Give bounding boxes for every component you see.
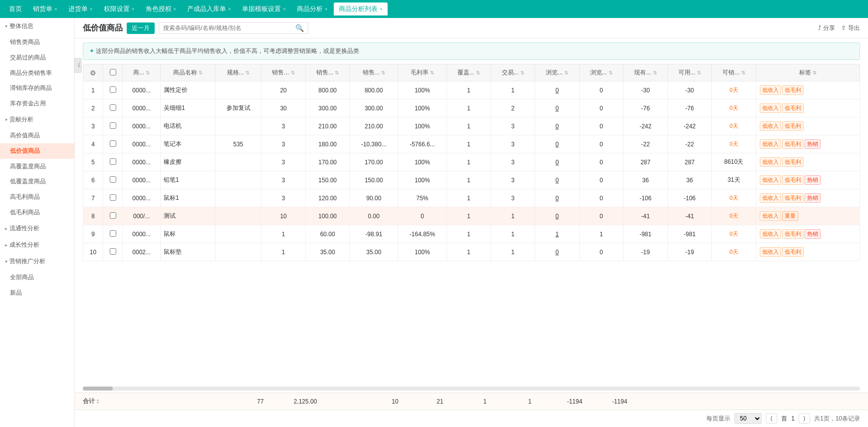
sidebar-item-slow-products[interactable]: 滞销库存的商品 [0,80,74,96]
col-coverage[interactable]: 覆盖... ⇅ [446,64,491,81]
cell-checkbox[interactable] [103,117,123,135]
cell-checkbox[interactable] [103,171,123,189]
page-size-select[interactable]: 50 100 200 [734,413,762,424]
sidebar-item-low-value[interactable]: 低价值商品 [0,143,74,159]
sidebar-item-low-margin[interactable]: 低毛利商品 [0,205,74,220]
sidebar-item-high-coverage[interactable]: 高覆盖度商品 [0,159,74,174]
browse-link[interactable]: 0 [555,141,559,148]
sidebar-item-all-products[interactable]: 全部商品 [0,270,74,285]
sidebar-group-marketing[interactable]: ▾ 营销推广分析 [0,253,74,270]
sidebar-group-contribution[interactable]: ▾ 贡献分析 [0,111,74,128]
browse-link[interactable]: 1 [555,231,559,238]
horizontal-scrollbar[interactable] [83,387,860,391]
page-label: 首 [781,415,787,423]
sidebar-item-capital[interactable]: 库存资金占用 [0,96,74,111]
cell-checkbox[interactable] [103,189,123,207]
cell-checkbox[interactable] [103,81,123,99]
row-checkbox[interactable] [110,122,116,129]
browse-link[interactable]: 0 [555,195,559,202]
nav-inventory[interactable]: 产成品入库单 × [182,2,236,15]
export-button[interactable]: ⇧ 导出 [841,24,860,32]
col-spec[interactable]: 规格... ⇅ [215,64,261,81]
browse-link[interactable]: 0 [555,213,559,220]
sidebar-item-traded-products[interactable]: 交易过的商品 [0,50,74,65]
browse-link[interactable]: 0 [555,105,559,112]
next-page-button[interactable]: ⟩ [799,414,810,424]
sidebar-group-overview[interactable]: ▾ 整体信息 [0,18,74,34]
col-name[interactable]: 商品名称 ⇅ [160,64,215,81]
cell-checkbox[interactable] [103,99,123,117]
cell-tags: 低收入低毛利 [756,117,860,135]
sidebar-group-growth[interactable]: ▸ 成长性分析 [0,237,74,253]
cell-browse1: 1 [535,225,580,243]
cell-checkbox[interactable] [103,207,123,225]
col-trade[interactable]: 交易... ⇅ [491,64,535,81]
select-all-checkbox[interactable] [110,69,116,75]
browse-link[interactable]: 0 [555,87,559,94]
info-banner-text: 这部分商品的销售收入大幅低于商品平均销售收入，价值不高，可考虑调整营销策略，或是… [96,47,359,54]
nav-permissions[interactable]: 权限设置 × [99,2,140,15]
first-page-button[interactable]: ⟨ [766,414,777,424]
nav-analysis-close[interactable]: × [325,6,328,12]
nav-template-close[interactable]: × [283,6,286,12]
col-current[interactable]: 现有... ⇅ [624,64,668,81]
nav-roles[interactable]: 角色授权 × [141,2,182,15]
browse-link[interactable]: 0 [555,249,559,256]
sidebar-item-high-margin[interactable]: 高毛利商品 [0,189,74,205]
sidebar-collapse-btn[interactable]: 《 [74,58,82,73]
settings-icon[interactable]: ⚙ [90,69,96,77]
sidebar-item-category-rate[interactable]: 商品分类销售率 [0,65,74,81]
nav-sales[interactable]: 销货单 × [28,2,62,15]
sidebar-item-sales-products[interactable]: 销售类商品 [0,34,74,50]
row-checkbox[interactable] [110,86,116,93]
col-browse2[interactable]: 浏览... ⇅ [579,64,624,81]
col-code[interactable]: 商... ⇅ [123,64,160,81]
row-checkbox[interactable] [110,158,116,165]
nav-sales-close[interactable]: × [54,6,57,12]
cell-checkbox[interactable] [103,153,123,171]
row-checkbox[interactable] [110,212,116,219]
cell-tags: 低收入低毛利 [756,243,860,261]
col-settings[interactable]: ⚙ [83,64,103,81]
tag-item: 低毛利 [782,85,804,95]
sidebar-item-high-value[interactable]: 高价值商品 [0,128,74,143]
sidebar-item-low-coverage[interactable]: 低覆盖度商品 [0,174,74,189]
col-sellable[interactable]: 可销... ⇅ [712,64,756,81]
nav-analysis[interactable]: 商品分析 × [292,2,333,15]
col-available[interactable]: 可用... ⇅ [667,64,712,81]
col-sales1[interactable]: 销售... ⇅ [261,64,306,81]
sidebar-item-new-products[interactable]: 新品 [0,285,74,301]
nav-roles-close[interactable]: × [174,6,177,12]
cell-checkbox[interactable] [103,243,123,261]
nav-permissions-close[interactable]: × [132,6,135,12]
nav-analysis-list[interactable]: 商品分析列表 × [334,2,388,15]
nav-analysis-list-close[interactable]: × [380,6,383,12]
cell-checkbox[interactable] [103,225,123,243]
search-input[interactable] [163,24,293,31]
col-tags[interactable]: 标签 ⇅ [756,64,860,81]
cell-checkbox[interactable] [103,135,123,153]
col-browse1[interactable]: 浏览... ⇅ [535,64,580,81]
browse-link[interactable]: 0 [555,159,559,166]
row-checkbox[interactable] [110,230,116,237]
sidebar-group-liquidity[interactable]: ▸ 流通性分析 [0,220,74,237]
row-checkbox[interactable] [110,140,116,147]
col-margin[interactable]: 毛利率 ⇅ [398,64,447,81]
scrollbar-thumb[interactable] [83,387,113,391]
browse-link[interactable]: 0 [555,123,559,130]
col-sales3[interactable]: 销售... ⇅ [350,64,398,81]
col-sales2[interactable]: 销售... ⇅ [305,64,350,81]
share-button[interactable]: ⤴ 分享 [818,24,835,32]
nav-purchase-close[interactable]: × [90,6,93,12]
nav-inventory-close[interactable]: × [228,6,231,12]
row-checkbox[interactable] [110,194,116,201]
nav-home[interactable]: 首页 [4,2,27,15]
nav-template[interactable]: 单据模板设置 × [237,2,291,15]
col-checkbox[interactable] [103,64,123,81]
time-filter-button[interactable]: 近一月 [127,22,155,34]
row-checkbox[interactable] [110,176,116,183]
row-checkbox[interactable] [110,104,116,111]
browse-link[interactable]: 0 [555,177,559,184]
nav-purchase[interactable]: 进货单 × [63,2,98,15]
row-checkbox[interactable] [110,248,116,255]
